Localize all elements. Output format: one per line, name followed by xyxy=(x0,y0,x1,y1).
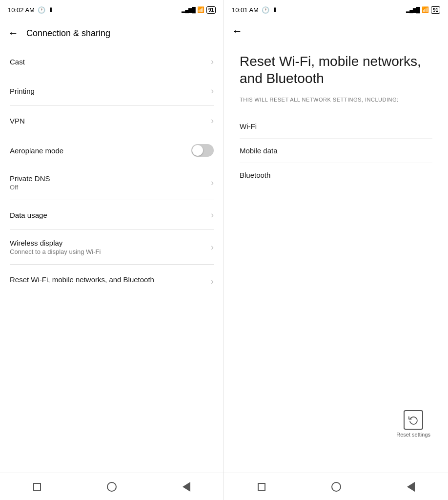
private-dns-chevron: › xyxy=(211,178,214,188)
right-nav-square[interactable] xyxy=(253,478,270,496)
right-download-icon: ⬇ xyxy=(272,6,278,14)
right-top-bar: ← xyxy=(224,20,448,43)
right-square-icon xyxy=(258,483,265,491)
right-back-button[interactable]: ← xyxy=(232,25,243,38)
printing-title: Printing xyxy=(10,87,211,95)
left-top-bar: ← Connection & sharing xyxy=(0,20,224,47)
left-signal-icon: ▂▄▆█ xyxy=(182,7,195,13)
right-status-left: 10:01 AM 🕐 ⬇ xyxy=(232,6,278,14)
left-download-icon: ⬇ xyxy=(48,6,54,14)
vpn-item[interactable]: VPN › xyxy=(0,106,224,135)
vpn-title: VPN xyxy=(10,117,211,125)
toggle-knob xyxy=(192,145,203,156)
right-battery: 91 xyxy=(431,6,440,14)
left-time: 10:02 AM xyxy=(8,6,35,14)
aeroplane-item[interactable]: Aeroplane mode xyxy=(0,135,224,166)
right-status-right: ▂▄▆█ 📶 91 xyxy=(406,6,440,14)
left-triangle-icon xyxy=(183,482,190,492)
left-circle-icon xyxy=(107,482,117,492)
reset-mobile-data-item: Mobile data xyxy=(240,139,432,163)
reset-wifi-item[interactable]: Reset Wi-Fi, mobile networks, and Blueto… xyxy=(0,265,224,299)
right-panel-inner: Reset Wi-Fi, mobile networks, and Blueto… xyxy=(224,43,448,473)
left-square-icon xyxy=(33,483,41,491)
reset-wifi-chevron: › xyxy=(211,276,214,287)
wireless-display-subtitle: Connect to a display using Wi-Fi xyxy=(10,248,211,255)
reset-btn-area: Reset settings xyxy=(388,402,438,445)
reset-content: Reset Wi-Fi, mobile networks, and Blueto… xyxy=(224,43,448,197)
left-nav-square[interactable] xyxy=(28,478,46,496)
left-settings-list: Cast › Printing › VPN › Aeroplane mode xyxy=(0,47,224,473)
reset-wifi-item: Wi-Fi xyxy=(240,114,432,139)
left-alarm-icon: 🕐 xyxy=(38,6,45,14)
reset-bluetooth-item: Bluetooth xyxy=(240,163,432,187)
reset-subtitle: THIS WILL RESET ALL NETWORK SETTINGS, IN… xyxy=(240,97,432,103)
right-phone-panel: 10:01 AM 🕐 ⬇ ▂▄▆█ 📶 91 ← Reset Wi-Fi, mo… xyxy=(224,0,448,500)
right-nav-back[interactable] xyxy=(402,478,420,496)
data-usage-item[interactable]: Data usage › xyxy=(0,200,224,229)
wireless-display-chevron: › xyxy=(211,242,214,252)
vpn-chevron: › xyxy=(211,116,214,126)
data-usage-title: Data usage xyxy=(10,211,211,219)
right-nav-home[interactable] xyxy=(327,478,345,496)
right-triangle-icon xyxy=(407,482,415,492)
left-status-bar: 10:02 AM 🕐 ⬇ ▂▄▆█ 📶 91 xyxy=(0,0,224,20)
left-phone-panel: 10:02 AM 🕐 ⬇ ▂▄▆█ 📶 91 ← Connection & sh… xyxy=(0,0,224,500)
cast-title: Cast xyxy=(10,58,211,66)
left-battery: 91 xyxy=(206,6,216,14)
wireless-display-item[interactable]: Wireless display Connect to a display us… xyxy=(0,230,224,264)
right-circle-icon xyxy=(331,482,341,492)
right-alarm-icon: 🕐 xyxy=(262,6,269,14)
reset-settings-button[interactable] xyxy=(404,410,423,430)
right-time: 10:01 AM xyxy=(232,6,259,14)
left-status-right: ▂▄▆█ 📶 91 xyxy=(182,6,216,14)
private-dns-subtitle: Off xyxy=(10,184,211,191)
printing-chevron: › xyxy=(211,86,214,96)
wifi-label: Wi-Fi xyxy=(240,122,257,130)
right-nav-bar xyxy=(224,473,448,500)
aeroplane-toggle[interactable] xyxy=(191,144,214,157)
private-dns-title: Private DNS xyxy=(10,174,211,183)
printing-item[interactable]: Printing › xyxy=(0,76,224,105)
wireless-display-title: Wireless display xyxy=(10,239,211,247)
left-page-title: Connection & sharing xyxy=(26,28,110,39)
reset-page-title: Reset Wi-Fi, mobile networks, and Blueto… xyxy=(240,53,432,87)
left-nav-home[interactable] xyxy=(103,478,121,496)
left-back-button[interactable]: ← xyxy=(8,27,19,40)
reset-settings-label: Reset settings xyxy=(396,432,430,438)
reset-wifi-title: Reset Wi-Fi, mobile networks, and Blueto… xyxy=(10,274,211,285)
cast-item[interactable]: Cast › xyxy=(0,47,224,76)
mobile-data-label: Mobile data xyxy=(240,146,278,155)
bluetooth-label: Bluetooth xyxy=(240,171,270,179)
reset-icon xyxy=(408,415,418,425)
left-nav-bar xyxy=(0,473,224,500)
right-status-bar: 10:01 AM 🕐 ⬇ ▂▄▆█ 📶 91 xyxy=(224,0,448,20)
left-nav-back[interactable] xyxy=(178,478,195,496)
right-signal-icon: ▂▄▆█ xyxy=(406,7,420,13)
right-wifi-icon: 📶 xyxy=(422,6,429,13)
private-dns-item[interactable]: Private DNS Off › xyxy=(0,166,224,200)
aeroplane-title: Aeroplane mode xyxy=(10,146,191,155)
data-usage-chevron: › xyxy=(211,210,214,220)
cast-chevron: › xyxy=(211,57,214,67)
left-status-left: 10:02 AM 🕐 ⬇ xyxy=(8,6,54,14)
left-wifi-icon: 📶 xyxy=(197,6,204,13)
